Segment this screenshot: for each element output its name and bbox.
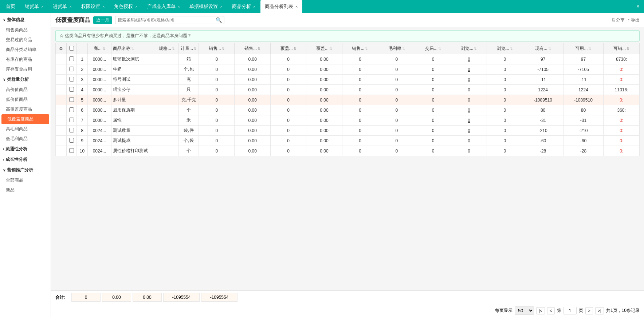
cell-browse1[interactable]: 0	[451, 54, 487, 64]
row-checkbox[interactable]	[69, 56, 74, 61]
cell-check[interactable]	[67, 64, 77, 75]
col-trade[interactable]: 交易...⇅	[415, 43, 451, 54]
nav-product-analysis-list[interactable]: 商品分析列表 ×	[260, 0, 302, 13]
col-code[interactable]: 商...⇅	[88, 43, 111, 54]
sidebar-item-high-coverage[interactable]: 高覆盖度商品	[0, 104, 51, 114]
col-cover-count[interactable]: 覆盖...⇅	[270, 43, 306, 54]
cell-check[interactable]	[67, 126, 77, 136]
row-checkbox[interactable]	[69, 148, 74, 153]
row-checkbox[interactable]	[69, 138, 74, 143]
sidebar-item-traded-goods[interactable]: 交易过的商品	[0, 35, 51, 45]
cell-check[interactable]	[67, 75, 77, 85]
close-icon[interactable]: ×	[220, 4, 222, 9]
sidebar-item-low-value[interactable]: 低价值商品	[0, 95, 51, 104]
cell-browse1[interactable]: 0	[451, 105, 487, 115]
next-page-button[interactable]: >	[585, 307, 593, 314]
first-page-button[interactable]: |<	[536, 307, 545, 314]
sidebar-item-high-value[interactable]: 高价值商品	[0, 85, 51, 95]
cell-browse1[interactable]: 0	[451, 64, 487, 75]
col-browse1[interactable]: 浏览...⇅	[451, 43, 487, 54]
col-current[interactable]: 现有...⇅	[523, 43, 563, 54]
cell-browse1[interactable]: 0	[451, 95, 487, 105]
cell-check[interactable]	[67, 136, 77, 146]
select-all-checkbox[interactable]	[69, 46, 74, 51]
cell-browse1[interactable]: 0	[451, 85, 487, 95]
close-icon[interactable]: ×	[135, 4, 137, 9]
cell-check[interactable]	[67, 54, 77, 64]
col-settings[interactable]: ⚙	[56, 43, 67, 54]
nav-product-analysis[interactable]: 商品分析 ×	[228, 0, 260, 13]
col-unit[interactable]: 计量...⇅	[179, 43, 199, 54]
period-button[interactable]: 近一月	[93, 16, 112, 24]
per-page-select[interactable]: 50 20 100 200	[515, 306, 534, 315]
last-page-button[interactable]: >|	[595, 307, 604, 314]
sidebar-section-flow[interactable]: › 流通性分析	[0, 144, 51, 154]
col-sellable[interactable]: 可销...⇅	[604, 43, 640, 54]
cell-check[interactable]	[67, 105, 77, 115]
sidebar-section-cluster[interactable]: ∨ 类群量分析	[0, 74, 51, 85]
close-icon[interactable]: ×	[295, 4, 298, 9]
nav-home[interactable]: 首页	[1, 0, 20, 13]
col-sales-x[interactable]: 销售...⇅	[342, 43, 378, 54]
row-checkbox[interactable]	[69, 107, 74, 112]
table-container[interactable]: ⚙ 商...⇅ 商品名称⇅ 规格...⇅ 计量...⇅ 销售...⇅ 销售...…	[55, 43, 640, 290]
cell-browse1[interactable]: 0	[451, 136, 487, 146]
row-checkbox[interactable]	[69, 77, 74, 82]
row-checkbox[interactable]	[69, 118, 74, 122]
close-icon[interactable]: ×	[69, 4, 71, 9]
cell-check[interactable]	[67, 95, 77, 105]
close-all-button[interactable]: ×	[633, 3, 643, 10]
nav-template[interactable]: 单据模板设置 ×	[185, 0, 227, 13]
nav-role[interactable]: 角色授权 ×	[110, 0, 142, 13]
page-input[interactable]	[564, 307, 577, 314]
prev-page-button[interactable]: <	[547, 307, 555, 314]
col-gross-rate[interactable]: 毛利率⇅	[378, 43, 415, 54]
nav-permission[interactable]: 权限设置 ×	[77, 0, 109, 13]
cell-check[interactable]	[67, 146, 77, 156]
cell-check[interactable]	[67, 115, 77, 126]
sidebar-item-new-goods[interactable]: 新品	[0, 185, 51, 195]
sidebar-item-high-gross[interactable]: 高毛利商品	[0, 124, 51, 134]
col-spec[interactable]: 规格...⇅	[155, 43, 179, 54]
col-browse2[interactable]: 浏览...⇅	[487, 43, 523, 54]
close-icon[interactable]: ×	[178, 4, 180, 9]
col-usable[interactable]: 可用...⇅	[563, 43, 604, 54]
cell-browse1[interactable]: 0	[451, 126, 487, 136]
sidebar-section-marketing[interactable]: ∨ 营销推广分析	[0, 165, 51, 175]
sidebar-section-growth[interactable]: › 成长性分析	[0, 154, 51, 165]
row-checkbox[interactable]	[69, 128, 74, 132]
cell-check[interactable]	[67, 85, 77, 95]
cell-browse1[interactable]: 0	[451, 75, 487, 85]
close-icon[interactable]: ×	[253, 4, 255, 9]
sidebar-item-stock-capital[interactable]: 库存资金占用	[0, 64, 51, 74]
row-checkbox[interactable]	[69, 87, 74, 92]
cell-browse1[interactable]: 0	[451, 115, 487, 126]
nav-purchase[interactable]: 进货单 ×	[48, 0, 76, 13]
export-button[interactable]: ↑ 导出	[628, 17, 640, 23]
row-checkbox[interactable]	[69, 67, 74, 71]
cell-browse2: 0	[487, 126, 523, 136]
cell-name: 测试数量	[111, 126, 155, 136]
sidebar-item-stock-goods[interactable]: 有库存的商品	[0, 55, 51, 64]
col-name[interactable]: 商品名称⇅	[111, 43, 155, 54]
row-checkbox[interactable]	[69, 97, 74, 102]
close-icon[interactable]: ×	[102, 4, 105, 9]
cell-browse1[interactable]: 0	[451, 146, 487, 156]
sidebar-item-low-coverage[interactable]: 低覆盖度商品	[1, 114, 49, 124]
close-icon[interactable]: ×	[41, 4, 43, 9]
col-cover-rate[interactable]: 覆盖...⇅	[306, 43, 342, 54]
sidebar-section-overall[interactable]: ∨ 整体信息	[0, 15, 51, 25]
nav-product-stock[interactable]: 产成品入库单 ×	[143, 0, 184, 13]
search-input[interactable]	[118, 17, 216, 23]
nav-sales[interactable]: 销货单 ×	[20, 0, 48, 13]
sidebar-item-low-gross[interactable]: 低毛利商品	[0, 134, 51, 144]
sidebar-item-sales-goods[interactable]: 销售类商品	[0, 25, 51, 35]
cell-browse2: 0	[487, 146, 523, 156]
search-icon[interactable]: 🔍	[216, 17, 222, 23]
share-button[interactable]: ⎘ 分享	[612, 17, 625, 23]
sidebar-item-all-goods[interactable]: 全部商品	[0, 175, 51, 185]
col-sales-amt[interactable]: 销售...⇅	[235, 43, 270, 54]
col-check[interactable]	[67, 43, 77, 54]
col-sales-qty[interactable]: 销售...⇅	[199, 43, 235, 54]
sidebar-item-category-sales[interactable]: 商品分类动销率	[0, 45, 51, 55]
